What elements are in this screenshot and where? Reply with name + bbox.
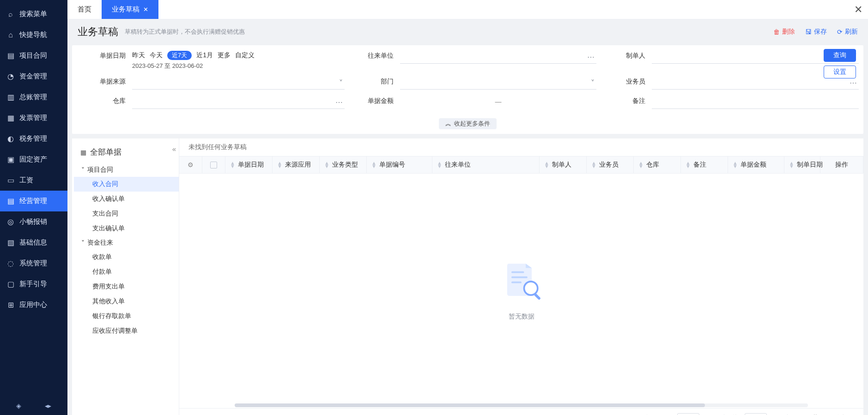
sort-icon: ▲▼ <box>277 162 282 168</box>
col-source[interactable]: ▲▼来源应用 <box>273 156 320 173</box>
sidebar-item-label: 总账管理 <box>19 93 47 102</box>
col-label: 制单日期 <box>797 161 823 169</box>
sidebar-item-invoice[interactable]: ▦发票管理 <box>0 108 67 128</box>
col-label: 来源应用 <box>285 161 311 169</box>
sort-icon: ▲▼ <box>371 162 376 168</box>
filter-side-buttons: 查询 设置 <box>824 49 856 78</box>
date-opt-yesterday[interactable]: 昨天 <box>132 51 145 60</box>
source-dropdown[interactable]: ˅ <box>132 77 345 90</box>
date-opt-more[interactable]: 更多 <box>218 51 231 60</box>
sort-icon: ▲▼ <box>591 162 596 168</box>
horizontal-scrollbar[interactable] <box>179 403 863 408</box>
delete-label: 删除 <box>782 28 795 36</box>
tree-group-funds[interactable]: ˅资金往来 <box>72 236 179 250</box>
col-number[interactable]: ▲▼单据编号 <box>367 156 432 173</box>
sidebar-item-salary[interactable]: ▭工资 <box>0 170 67 191</box>
date-opt-today[interactable]: 今天 <box>150 51 163 60</box>
sidebar-item-expense[interactable]: ◎小畅报销 <box>0 211 67 232</box>
tree-group-contract[interactable]: ˅项目合同 <box>72 163 179 177</box>
col-date[interactable]: ▲▼单据日期 <box>225 156 273 173</box>
col-label: 单据编号 <box>379 161 405 169</box>
date-opt-custom[interactable]: 自定义 <box>235 51 255 60</box>
tree-item-other-income[interactable]: 其他收入单 <box>72 294 179 309</box>
tax-icon: ◐ <box>6 135 15 143</box>
maker-label: 制单人 <box>596 51 652 60</box>
tab-draft[interactable]: 业务草稿 ✕ <box>102 0 158 19</box>
sidebar-item-ledger[interactable]: ▥总账管理 <box>0 87 67 108</box>
warehouse-picker[interactable]: ⋯ <box>132 96 345 109</box>
chevron-up-icon: ︽ <box>445 120 451 128</box>
column-settings[interactable]: ⚙ <box>179 156 202 173</box>
sidebar-item-contract[interactable]: ▤项目合同 <box>0 45 67 66</box>
col-make-date[interactable]: ▲▼制单日期 <box>784 156 820 173</box>
col-warehouse[interactable]: ▲▼仓库 <box>634 156 681 173</box>
footer-icon-1[interactable]: ◈ <box>16 402 21 409</box>
sidebar-item-business[interactable]: ▤经营管理 <box>0 191 67 211</box>
query-button[interactable]: 查询 <box>824 49 856 62</box>
salesman-label: 业务员 <box>596 77 652 86</box>
col-maker[interactable]: ▲▼制单人 <box>540 156 587 173</box>
save-label: 保存 <box>814 28 827 36</box>
guide-icon: ▢ <box>6 280 15 289</box>
sidebar-item-asset[interactable]: ▣固定资产 <box>0 149 67 170</box>
save-button[interactable]: 🖫保存 <box>805 28 827 36</box>
salesman-picker[interactable]: ⋯ <box>652 77 859 90</box>
col-amount[interactable]: ▲▼单据金额 <box>728 156 784 173</box>
page-subtitle: 草稿转为正式单据时，不会执行满赠促销优惠 <box>125 28 245 36</box>
tree-item-bank-transfer[interactable]: 银行存取款单 <box>72 309 179 324</box>
tree-item-payment[interactable]: 付款单 <box>72 265 179 279</box>
page-size-select[interactable]: 50 <box>677 413 699 415</box>
tree-item-income-confirm[interactable]: 收入确认单 <box>72 192 179 206</box>
invoice-icon: ▦ <box>6 114 15 122</box>
footer-icon-2[interactable]: ◂▸ <box>45 402 51 409</box>
table-panel: 未找到任何业务草稿 ⚙ ▲▼单据日期 ▲▼来源应用 ▲▼业务类型 ▲▼单据编号 … <box>179 138 863 415</box>
tree-item-expense-contract[interactable]: 支出合同 <box>72 206 179 221</box>
tree-item-expense-confirm[interactable]: 支出确认单 <box>72 221 179 236</box>
dept-dropdown[interactable]: ˅ <box>400 77 596 90</box>
svg-rect-1 <box>511 277 528 278</box>
sidebar-item-funds[interactable]: ◔资金管理 <box>0 66 67 87</box>
sort-icon: ▲▼ <box>324 162 329 168</box>
tab-home[interactable]: 首页 <box>67 0 102 19</box>
sidebar-item-search[interactable]: ⌕搜索菜单 <box>0 4 67 24</box>
date-opt-1month[interactable]: 近1月 <box>196 51 213 60</box>
business-icon: ▤ <box>6 197 15 205</box>
sidebar-item-quicknav[interactable]: ⌂快捷导航 <box>0 24 67 45</box>
sidebar-item-tax[interactable]: ◐税务管理 <box>0 128 67 149</box>
col-salesman[interactable]: ▲▼业务员 <box>587 156 634 173</box>
scroll-thumb[interactable] <box>235 403 705 407</box>
sidebar-item-label: 税务管理 <box>19 134 47 143</box>
sidebar-item-system[interactable]: ◌系统管理 <box>0 253 67 274</box>
date-range: 2023-05-27 至 2023-06-02 <box>132 62 345 70</box>
date-opt-7days[interactable]: 近7天 <box>167 51 192 60</box>
partner-picker[interactable]: ⋯ <box>400 51 596 64</box>
contract-icon: ▤ <box>6 52 15 60</box>
select-all-checkbox[interactable] <box>202 156 225 173</box>
settings-button[interactable]: 设置 <box>824 66 856 78</box>
collapse-filters[interactable]: ︽ 收起更多条件 <box>439 118 497 129</box>
tree-item-income-contract[interactable]: 收入合同 <box>74 177 179 192</box>
delete-button[interactable]: 🗑删除 <box>773 28 795 36</box>
sidebar-item-label: 工资 <box>19 176 33 185</box>
remark-label: 备注 <box>596 96 652 105</box>
sidebar-item-baseinfo[interactable]: ▧基础信息 <box>0 232 67 253</box>
col-label: 业务类型 <box>332 161 358 169</box>
col-partner[interactable]: ▲▼往来单位 <box>432 156 540 173</box>
tree-item-expense-bill[interactable]: 费用支出单 <box>72 279 179 294</box>
sidebar-item-apps[interactable]: ⊞应用中心 <box>0 295 67 315</box>
refresh-button[interactable]: ⟳刷新 <box>837 28 858 36</box>
close-icon[interactable]: ✕ <box>143 6 148 13</box>
page-input[interactable]: 1 <box>745 413 767 415</box>
col-remark[interactable]: ▲▼备注 <box>681 156 728 173</box>
collapse-label: 收起更多条件 <box>454 120 490 128</box>
close-all-icon[interactable]: ✕ <box>849 0 868 19</box>
money-icon: ◔ <box>6 72 15 81</box>
remark-input[interactable] <box>652 96 859 109</box>
tree-item-receipt[interactable]: 收款单 <box>72 250 179 265</box>
tree-collapse-icon[interactable]: « <box>172 145 176 153</box>
tree-item-ar-ap-adjust[interactable]: 应收应付调整单 <box>72 324 179 338</box>
sidebar-item-guide[interactable]: ▢新手引导 <box>0 274 67 295</box>
grid-icon: ▦ <box>80 149 86 156</box>
col-biztype[interactable]: ▲▼业务类型 <box>320 156 367 173</box>
refresh-icon: ⟳ <box>837 28 843 36</box>
